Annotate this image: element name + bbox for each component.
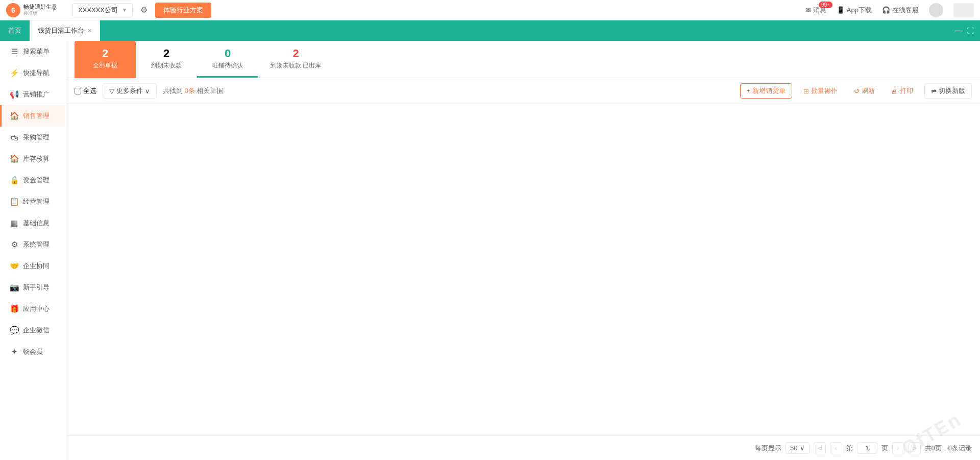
- switch-version-button[interactable]: ⇌ 切换新版: [924, 83, 972, 99]
- stat-tab-overdue[interactable]: 2 到期未收款: [136, 41, 197, 78]
- online-service-label: 在线客服: [892, 6, 919, 15]
- filter-button[interactable]: ▽ 更多条件 ∨: [103, 83, 157, 99]
- page-size-value: 50: [790, 444, 797, 452]
- sidebar-item-sales[interactable]: 🏠 销售管理: [0, 105, 66, 127]
- tab-home[interactable]: 首页: [0, 20, 30, 41]
- guide-icon: 📷: [10, 283, 19, 292]
- page-last-btn[interactable]: ⊳: [909, 442, 921, 454]
- stat-tab-overdue-out[interactable]: 2 到期未收款 已出库: [258, 41, 333, 78]
- page-label: 第: [846, 444, 853, 453]
- sidebar-item-inventory[interactable]: 🏠 库存核算: [0, 148, 66, 170]
- sidebar-item-finance[interactable]: 🔒 资金管理: [0, 170, 66, 191]
- sidebar-item-purchase[interactable]: 🛍 采购管理: [0, 127, 66, 148]
- search-menu-icon: ☰: [10, 47, 19, 56]
- settings-icon[interactable]: ⚙: [137, 3, 151, 17]
- user-avatar[interactable]: [929, 3, 943, 17]
- sidebar-item-member-label: 畅会员: [23, 347, 43, 356]
- batch-operation-button[interactable]: ⊞ 批量操作: [798, 84, 843, 98]
- switch-icon: ⇌: [931, 87, 937, 95]
- message-item[interactable]: ✉ 消息 99+: [805, 6, 826, 15]
- stat-tab-wang[interactable]: 0 旺铺待确认: [197, 41, 258, 78]
- print-button[interactable]: 🖨 打印: [886, 84, 918, 98]
- tab-work-bench-label: 钱货日清工作台: [38, 26, 84, 35]
- tab-close-icon[interactable]: ✕: [87, 28, 92, 34]
- sidebar-item-wechat[interactable]: 💬 企业微信: [0, 320, 66, 341]
- found-suffix: 相关单据: [197, 87, 223, 94]
- app-download-item[interactable]: 📱 App下载: [837, 6, 872, 15]
- page-size-select[interactable]: 50 ∨: [786, 442, 809, 454]
- online-service-item[interactable]: 🎧 在线客服: [882, 6, 919, 15]
- select-all-checkbox[interactable]: 全选: [75, 86, 96, 95]
- company-selector[interactable]: XXXXXX公司 ▼: [72, 3, 133, 17]
- service-icon: 🎧: [882, 6, 890, 14]
- sidebar-item-enterprise[interactable]: 🤝 企业协同: [0, 255, 66, 277]
- filter-icon: ▽: [109, 87, 114, 95]
- content-area: 2 全部单据 2 到期未收款 0 旺铺待确认 2 到期未收款 已出库 全选: [66, 41, 980, 460]
- switch-label: 切换新版: [939, 86, 965, 95]
- print-label: 打印: [900, 86, 913, 95]
- trial-button[interactable]: 体验行业方案: [155, 3, 211, 18]
- sidebar-item-basic[interactable]: ▦ 基础信息: [0, 212, 66, 234]
- page-next-btn[interactable]: ›: [892, 442, 904, 454]
- sidebar-item-member[interactable]: ✦ 畅会员: [0, 341, 66, 362]
- sidebar-item-wechat-label: 企业微信: [23, 326, 50, 335]
- found-text: 共找到 0条 相关单据: [163, 86, 223, 95]
- page-input[interactable]: [857, 442, 877, 454]
- refresh-button[interactable]: ↺ 刷新: [849, 84, 880, 98]
- download-icon: 📱: [837, 6, 845, 14]
- enterprise-icon: 🤝: [10, 261, 19, 271]
- stat-num-overdue-out: 2: [271, 47, 321, 60]
- member-icon: ✦: [10, 347, 19, 356]
- sidebar-item-search-label: 搜索菜单: [23, 47, 50, 56]
- pagination-bar: 每页显示 50 ∨ ⊲ ‹ 第 页 › ⊳ 共0页，0条记录: [66, 435, 980, 460]
- tab-work-bench[interactable]: 钱货日清工作台 ✕: [30, 20, 100, 41]
- stat-num-wang: 0: [209, 47, 246, 60]
- toolbar: 全选 ▽ 更多条件 ∨ 共找到 0条 相关单据 + 新增销货单 ⊞ 批量操作: [66, 78, 980, 104]
- nav-icon: ⚡: [10, 68, 19, 78]
- company-name: XXXXXX公司: [78, 6, 118, 15]
- table-area: [66, 104, 980, 435]
- finance-icon: 🔒: [10, 176, 19, 185]
- stat-tab-all[interactable]: 2 全部单据: [75, 41, 136, 78]
- inventory-icon: 🏠: [10, 154, 19, 163]
- select-all-label: 全选: [83, 86, 96, 95]
- sidebar-item-purchase-label: 采购管理: [23, 133, 50, 142]
- wechat-icon: 💬: [10, 326, 19, 335]
- message-icon: ✉: [805, 6, 811, 14]
- sidebar-item-nav[interactable]: ⚡ 快捷导航: [0, 62, 66, 84]
- sidebar-item-operation-label: 经营管理: [23, 197, 50, 206]
- sales-icon: 🏠: [10, 111, 19, 120]
- page-prev-btn[interactable]: ‹: [830, 442, 842, 454]
- sidebar-item-guide[interactable]: 📷 新手引导: [0, 277, 66, 298]
- system-icon: ⚙: [10, 240, 19, 249]
- refresh-icon: ↺: [854, 87, 860, 95]
- logo-area: 6 畅捷通好生意 标准版: [6, 3, 72, 17]
- message-badge: 99+: [819, 2, 832, 8]
- filter-arrow-icon: ∨: [145, 87, 150, 95]
- header-right: ✉ 消息 99+ 📱 App下载 🎧 在线客服: [805, 3, 974, 17]
- sidebar-item-app-center[interactable]: 🎁 应用中心: [0, 298, 66, 320]
- select-all-input[interactable]: [75, 88, 81, 94]
- add-sale-button[interactable]: + 新增销货单: [740, 83, 792, 99]
- tab-bar-actions: — ⛶: [948, 26, 980, 35]
- app-download-label: App下载: [847, 6, 872, 15]
- tab-maximize-icon[interactable]: ⛶: [967, 27, 974, 35]
- user-name-area[interactable]: [953, 3, 974, 17]
- page-first-btn[interactable]: ⊲: [814, 442, 826, 454]
- app-center-icon: 🎁: [10, 304, 19, 313]
- sidebar-item-guide-label: 新手引导: [23, 283, 50, 292]
- sidebar-item-marketing[interactable]: 📢 营销推广: [0, 84, 66, 105]
- tab-minimize-icon[interactable]: —: [954, 26, 963, 35]
- sidebar-item-system[interactable]: ⚙ 系统管理: [0, 234, 66, 255]
- sidebar-item-operation[interactable]: 📋 经营管理: [0, 191, 66, 212]
- sidebar-item-system-label: 系统管理: [23, 240, 50, 249]
- batch-icon: ⊞: [803, 87, 809, 95]
- sidebar-item-enterprise-label: 企业协同: [23, 261, 50, 271]
- tab-bar: 首页 钱货日清工作台 ✕ — ⛶: [0, 20, 980, 41]
- page-end-label: 页: [881, 444, 888, 453]
- sidebar-item-search[interactable]: ☰ 搜索菜单: [0, 41, 66, 62]
- per-page-label: 每页显示: [755, 444, 781, 453]
- sidebar-item-finance-label: 资金管理: [23, 176, 50, 185]
- found-count: 0条: [185, 87, 195, 94]
- sidebar-item-inventory-label: 库存核算: [23, 154, 50, 163]
